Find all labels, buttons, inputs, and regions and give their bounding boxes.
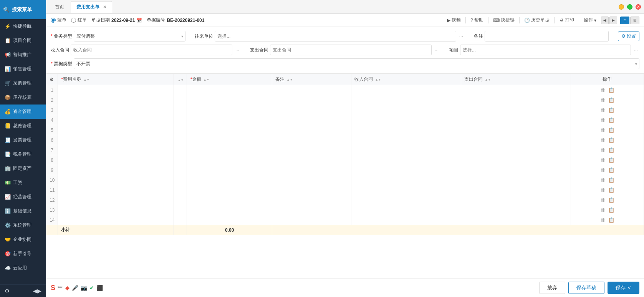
sort3-icon[interactable]: ▲▼	[203, 78, 209, 81]
expense-contract-cell[interactable]	[461, 125, 571, 135]
notes-cell[interactable]	[272, 105, 351, 115]
camera-icon[interactable]: 📷	[81, 285, 87, 291]
maximize-button[interactable]	[627, 4, 632, 10]
expense-contract-cell[interactable]	[461, 105, 571, 115]
expense-name-cell[interactable]	[58, 95, 174, 105]
copy-icon[interactable]: 📋	[608, 207, 614, 213]
expense-name-cell[interactable]	[58, 175, 174, 185]
sidebar-item-salary[interactable]: 💵 工资	[0, 176, 46, 190]
expense-name-cell[interactable]	[58, 165, 174, 175]
sidebar-item-sales[interactable]: 📊 销售管理	[0, 62, 46, 76]
radio-blue[interactable]	[51, 18, 56, 23]
expense-name-cell[interactable]	[58, 185, 174, 195]
amount-cell[interactable]	[187, 155, 272, 165]
delete-icon[interactable]: 🗑	[600, 107, 605, 113]
copy-icon[interactable]: 📋	[608, 107, 614, 113]
expense-contract-cell[interactable]	[461, 85, 571, 95]
radio-blue-label[interactable]: 蓝单	[51, 17, 66, 23]
expense-name-cell[interactable]	[58, 195, 174, 205]
copy-icon[interactable]: 📋	[608, 197, 614, 203]
sidebar-item-purchase[interactable]: 🛒 采购管理	[0, 76, 46, 90]
delete-icon[interactable]: 🗑	[600, 177, 605, 183]
copy-icon[interactable]: 📋	[608, 147, 614, 153]
notes-cell[interactable]	[272, 125, 351, 135]
list-view-btn[interactable]: ≡	[620, 17, 629, 24]
expense-contract-cell[interactable]	[461, 175, 571, 185]
copy-icon[interactable]: 📋	[608, 137, 614, 143]
audio-bottom-icon[interactable]: ◀▶	[33, 288, 41, 294]
sort4-icon[interactable]: ▲▼	[286, 78, 293, 81]
expense-contract-cell[interactable]	[461, 165, 571, 175]
expense-contract-cell[interactable]	[461, 155, 571, 165]
sidebar-item-fixed-assets[interactable]: 🏢 固定资产	[0, 161, 46, 176]
notes-cell[interactable]	[272, 145, 351, 155]
expense-contract-cell[interactable]	[461, 135, 571, 145]
delete-icon[interactable]: 🗑	[600, 157, 605, 163]
expense-name-cell[interactable]	[58, 155, 174, 165]
expense-contract-cell[interactable]	[461, 95, 571, 105]
income-contract-cell[interactable]	[351, 115, 461, 125]
delete-icon[interactable]: 🗑	[600, 97, 605, 103]
amount-cell[interactable]	[187, 95, 272, 105]
delete-icon[interactable]: 🗑	[600, 187, 605, 193]
help-btn[interactable]: ? 帮助	[469, 16, 485, 24]
income-contract-cell[interactable]	[351, 215, 461, 225]
income-contract-cell[interactable]	[351, 105, 461, 115]
video-btn[interactable]: ▶ 视频	[445, 16, 462, 24]
amount-cell[interactable]	[187, 85, 272, 95]
tab-home[interactable]: 首页	[49, 1, 70, 13]
th-gear[interactable]: ⚙	[46, 74, 58, 85]
chinese-input-icon[interactable]: 中	[58, 284, 63, 291]
amount-cell[interactable]	[187, 135, 272, 145]
sort-icon[interactable]: ▲▼	[83, 78, 89, 81]
next-arrow[interactable]: ▶	[609, 17, 617, 24]
mic-icon[interactable]: 🎤	[72, 285, 78, 291]
partner-input[interactable]	[215, 31, 456, 41]
notes-cell[interactable]	[272, 215, 351, 225]
notes-cell[interactable]	[272, 85, 351, 95]
project-ellipsis[interactable]: ···	[632, 47, 639, 53]
expense-contract-input[interactable]	[270, 45, 432, 55]
expense-name-cell[interactable]	[58, 85, 174, 95]
sidebar-item-capital[interactable]: 💰 资金管理	[0, 105, 46, 119]
delete-icon[interactable]: 🗑	[600, 197, 605, 203]
sidebar-item-project-contract[interactable]: 📋 项目合同	[0, 33, 46, 48]
notes-cell[interactable]	[272, 175, 351, 185]
expense-name-cell[interactable]	[58, 205, 174, 215]
expense-contract-cell[interactable]	[461, 115, 571, 125]
discard-button[interactable]: 放弃	[539, 282, 565, 294]
amount-cell[interactable]	[187, 215, 272, 225]
income-contract-ellipsis[interactable]: ···	[234, 47, 241, 53]
invoice-type-select[interactable]: 不开票	[74, 58, 639, 69]
setting-button[interactable]: ⚙ 设置	[618, 32, 639, 41]
amount-cell[interactable]	[187, 165, 272, 175]
business-type-select[interactable]: 应付调整	[74, 31, 185, 41]
amount-cell[interactable]	[187, 145, 272, 155]
amount-cell[interactable]	[187, 175, 272, 185]
delete-icon[interactable]: 🗑	[600, 127, 605, 133]
notes-cell[interactable]	[272, 205, 351, 215]
delete-icon[interactable]: 🗑	[600, 117, 605, 123]
copy-icon[interactable]: 📋	[608, 97, 614, 103]
sidebar-header[interactable]: 🔍 搜索菜单	[0, 0, 46, 19]
amount-cell[interactable]	[187, 105, 272, 115]
history-btn[interactable]: 🕐 历史单据	[523, 16, 551, 24]
delete-icon[interactable]: 🗑	[600, 167, 605, 173]
sidebar-item-new-guide[interactable]: 🎯 新手引导	[0, 247, 46, 261]
delete-icon[interactable]: 🗑	[600, 137, 605, 143]
copy-icon[interactable]: 📋	[608, 87, 614, 93]
income-contract-cell[interactable]	[351, 95, 461, 105]
copy-icon[interactable]: 📋	[608, 157, 614, 163]
sidebar-item-system[interactable]: ⚙️ 系统管理	[0, 218, 46, 232]
print-btn[interactable]: 🖨 打印	[558, 16, 576, 24]
grid-icon[interactable]: ⬛	[96, 285, 103, 291]
expense-name-cell[interactable]	[58, 215, 174, 225]
sort5-icon[interactable]: ▲▼	[375, 78, 381, 81]
copy-icon[interactable]: 📋	[608, 187, 614, 193]
expense-name-cell[interactable]	[58, 145, 174, 155]
income-contract-cell[interactable]	[351, 205, 461, 215]
partner-ellipsis[interactable]: ···	[458, 33, 465, 39]
notes-input[interactable]	[485, 31, 609, 41]
expense-name-cell[interactable]	[58, 135, 174, 145]
sidebar-item-accounting[interactable]: 📒 总账管理	[0, 119, 46, 133]
